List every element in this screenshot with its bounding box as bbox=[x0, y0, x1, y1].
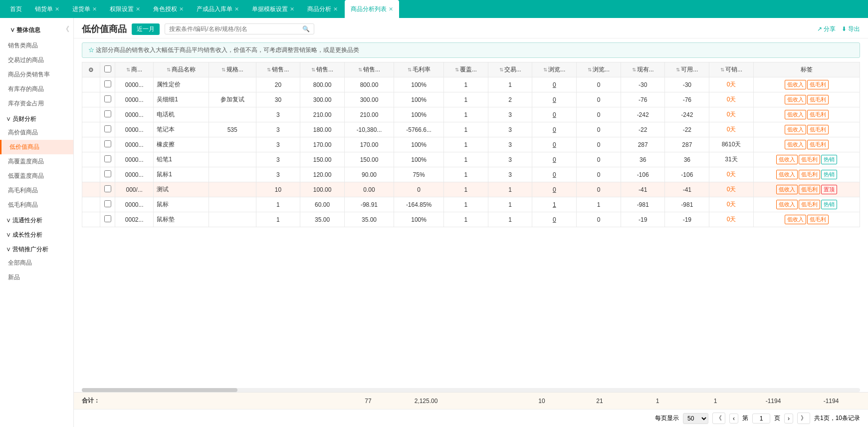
row-checkbox[interactable] bbox=[104, 185, 111, 192]
row-available: -41 bbox=[665, 182, 709, 197]
col-sales-cost: ⇅销售... bbox=[344, 62, 394, 77]
sidebar-item-capital-occupation[interactable]: 库存资金占用 bbox=[0, 96, 73, 111]
sort-icon[interactable]: ⇅ bbox=[588, 67, 592, 72]
row-transactions: 3 bbox=[488, 122, 532, 137]
sort-icon[interactable]: ⇅ bbox=[408, 67, 412, 72]
page-number-input[interactable] bbox=[752, 414, 770, 424]
row-checkbox[interactable] bbox=[104, 125, 111, 132]
close-icon[interactable]: ✕ bbox=[179, 6, 184, 12]
pageviews-link[interactable]: 0 bbox=[553, 111, 556, 118]
row-sales-amount: 35.00 bbox=[300, 212, 345, 227]
row-spec bbox=[209, 152, 256, 167]
sidebar-item-new-products[interactable]: 新品 bbox=[0, 270, 73, 285]
pageviews-link[interactable]: 0 bbox=[553, 141, 556, 148]
tab-product-warehouse[interactable]: 产成品入库单 ✕ bbox=[191, 0, 245, 18]
tab-permissions[interactable]: 权限设置 ✕ bbox=[104, 0, 146, 18]
settings-icon[interactable]: ⚙ bbox=[88, 66, 94, 73]
sort-icon[interactable]: ⇅ bbox=[267, 67, 271, 72]
select-all-checkbox[interactable] bbox=[104, 65, 111, 72]
sort-icon[interactable]: ⇅ bbox=[499, 67, 503, 72]
row-checkbox[interactable] bbox=[104, 155, 111, 162]
tab-home[interactable]: 首页 bbox=[4, 0, 28, 18]
prev-page-btn[interactable]: ‹ bbox=[729, 414, 738, 424]
row-settings-cell bbox=[82, 92, 100, 107]
close-icon[interactable]: ✕ bbox=[136, 6, 140, 12]
sidebar-item-high-margin[interactable]: 高毛利商品 bbox=[0, 183, 73, 198]
sidebar-item-low-margin[interactable]: 低毛利商品 bbox=[0, 198, 73, 212]
search-icon[interactable]: 🔍 bbox=[302, 25, 310, 32]
tab-template-settings[interactable]: 单据模板设置 ✕ bbox=[246, 0, 300, 18]
close-icon[interactable]: ✕ bbox=[92, 6, 97, 12]
sort-icon[interactable]: ⇅ bbox=[221, 67, 225, 72]
close-icon[interactable]: ✕ bbox=[389, 6, 393, 12]
sidebar-item-sales-products[interactable]: 销售类商品 bbox=[0, 38, 73, 53]
row-tags: 低收入低毛利 bbox=[753, 77, 860, 92]
page-size-select[interactable]: 20 50 100 bbox=[683, 413, 708, 424]
sort-icon[interactable]: ⇅ bbox=[311, 67, 315, 72]
horizontal-scrollbar[interactable] bbox=[82, 388, 860, 392]
row-checkbox[interactable] bbox=[104, 170, 111, 177]
sidebar-item-category-sales-rate[interactable]: 商品分类销售率 bbox=[0, 67, 73, 82]
sort-icon[interactable]: ⇅ bbox=[676, 67, 680, 72]
sidebar-item-low-value[interactable]: 低价值商品 bbox=[0, 140, 73, 154]
filter-recent-month-btn[interactable]: 近一月 bbox=[132, 23, 160, 35]
tab-sales-order[interactable]: 销货单 ✕ bbox=[29, 0, 65, 18]
pageviews-link[interactable]: 0 bbox=[553, 81, 556, 88]
row-spec bbox=[209, 197, 256, 212]
sidebar-item-all-products[interactable]: 全部商品 bbox=[0, 256, 73, 270]
pageviews-link[interactable]: 0 bbox=[553, 126, 556, 133]
row-transactions: 3 bbox=[488, 107, 532, 122]
row-checkbox[interactable] bbox=[104, 200, 111, 207]
row-checkbox[interactable] bbox=[104, 95, 111, 102]
pageviews-link[interactable]: 0 bbox=[553, 156, 556, 163]
pageviews-link[interactable]: 1 bbox=[553, 201, 556, 208]
tab-purchase-order[interactable]: 进货单 ✕ bbox=[66, 0, 103, 18]
sidebar-collapse-btn[interactable]: 《 bbox=[62, 25, 69, 34]
sort-icon[interactable]: ⇅ bbox=[126, 67, 130, 72]
row-spec bbox=[209, 107, 256, 122]
tab-product-analysis-list[interactable]: 商品分析列表 ✕ bbox=[345, 0, 399, 18]
pageviews-link[interactable]: 0 bbox=[553, 216, 556, 223]
last-page-btn[interactable]: 》 bbox=[797, 413, 810, 424]
tab-roles[interactable]: 角色授权 ✕ bbox=[147, 0, 190, 18]
tag-badge: 低收入 bbox=[785, 215, 806, 224]
sidebar-item-traded-products[interactable]: 交易过的商品 bbox=[0, 53, 73, 67]
sidebar-item-high-coverage[interactable]: 高覆盖度商品 bbox=[0, 154, 73, 169]
sidebar-item-high-value[interactable]: 高价值商品 bbox=[0, 125, 73, 140]
row-pageviews1: 0 bbox=[532, 137, 577, 152]
pageviews-link[interactable]: 0 bbox=[553, 96, 556, 103]
sort-icon[interactable]: ⇅ bbox=[167, 67, 171, 72]
close-icon[interactable]: ✕ bbox=[234, 6, 239, 12]
close-icon[interactable]: ✕ bbox=[55, 6, 59, 12]
row-checkbox-cell bbox=[100, 182, 115, 197]
sidebar-item-stocked-products[interactable]: 有库存的商品 bbox=[0, 82, 73, 96]
col-settings[interactable]: ⚙ bbox=[82, 62, 100, 77]
sort-icon[interactable]: ⇅ bbox=[358, 67, 362, 72]
export-btn[interactable]: ⬇ 导出 bbox=[842, 25, 860, 33]
close-icon[interactable]: ✕ bbox=[290, 6, 294, 12]
sort-icon[interactable]: ⇅ bbox=[632, 67, 636, 72]
row-settings-cell bbox=[82, 77, 100, 92]
tab-product-analysis[interactable]: 商品分析 ✕ bbox=[301, 0, 344, 18]
row-code: 0000... bbox=[115, 122, 154, 137]
pageviews-link[interactable]: 0 bbox=[553, 171, 556, 178]
tag-badge: 低毛利 bbox=[807, 95, 829, 104]
tag-badge: 置顶 bbox=[821, 185, 837, 194]
row-checkbox[interactable] bbox=[104, 215, 111, 222]
row-checkbox[interactable] bbox=[104, 80, 111, 87]
sidebar-item-low-coverage[interactable]: 低覆盖度商品 bbox=[0, 169, 73, 183]
sort-icon[interactable]: ⇅ bbox=[720, 67, 724, 72]
sort-icon[interactable]: ⇅ bbox=[543, 67, 547, 72]
row-checkbox[interactable] bbox=[104, 140, 111, 147]
close-icon[interactable]: ✕ bbox=[333, 6, 338, 12]
next-page-btn[interactable]: › bbox=[784, 414, 793, 424]
row-spec: 参加复试 bbox=[209, 92, 256, 107]
row-checkbox[interactable] bbox=[104, 110, 111, 117]
first-page-btn[interactable]: 《 bbox=[712, 413, 725, 424]
row-pageviews2: 0 bbox=[577, 92, 621, 107]
sort-icon[interactable]: ⇅ bbox=[455, 67, 459, 72]
scrollbar-thumb[interactable] bbox=[82, 388, 237, 392]
pageviews-link[interactable]: 0 bbox=[553, 186, 556, 193]
search-input[interactable] bbox=[169, 25, 300, 32]
share-btn[interactable]: ↗ 分享 bbox=[817, 25, 836, 33]
